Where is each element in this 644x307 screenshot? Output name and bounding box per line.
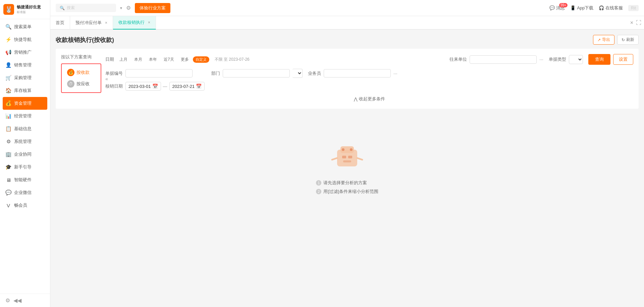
purchase-icon: 🛒 — [5, 75, 11, 81]
base-icon: 📋 — [5, 126, 11, 132]
settings-icon[interactable]: ⚙ — [5, 297, 10, 304]
counterparty-ellipsis[interactable]: ··· — [539, 57, 543, 62]
filter-collapse-icon[interactable]: « — [105, 76, 108, 82]
counterparty-input[interactable] — [470, 55, 537, 64]
sidebar-item-label-search: 搜索菜单 — [14, 24, 32, 30]
verify-date-range: 2023-03-01 📅 — 2023-07-21 📅 — [125, 82, 205, 91]
sidebar-item-operations[interactable]: 📊 经营管理 — [0, 110, 50, 122]
tab-collection[interactable]: 收款核销执行 × — [113, 16, 156, 30]
collapse-sidebar-icon[interactable]: ◀◀ — [13, 297, 21, 304]
sidebar-item-label-sales: 销售管理 — [14, 62, 32, 68]
tabbar-expand-icon[interactable]: ⛶ — [636, 20, 641, 26]
refresh-button[interactable]: ↻ 刷新 — [617, 35, 639, 45]
sidebar-item-label-operations: 经营管理 — [14, 113, 32, 119]
empty-tip-1: 1 请先选择要分析的方案 — [316, 178, 378, 187]
industry-solution-button[interactable]: 体验行业方案 — [135, 3, 170, 13]
tab-collection-close[interactable]: × — [148, 20, 150, 25]
sidebar-item-label-marketing: 营销推广 — [14, 49, 32, 55]
topbar-gear-icon[interactable]: ⚙ — [126, 5, 131, 11]
filter-option-by-receipt[interactable]: 💰 按收款 — [64, 67, 98, 78]
refresh-icon: ↻ — [622, 38, 625, 42]
sidebar-item-finance[interactable]: 💰 资金管理 — [3, 97, 47, 110]
date-more-btn[interactable]: 更多 — [178, 56, 192, 63]
app-download-button[interactable]: 📱 App下载 — [570, 5, 593, 11]
tabbar-close-all-icon[interactable]: × — [630, 20, 633, 26]
message-icon: 💬 — [549, 5, 555, 10]
sidebar-item-label-vip: 畅会员 — [14, 202, 27, 208]
verify-date-start-input[interactable]: 2023-03-01 📅 — [125, 82, 161, 91]
dept-field: 部门 — [211, 69, 303, 78]
dept-input[interactable] — [223, 69, 290, 78]
doc-no-field: 单据编号 — [105, 69, 193, 78]
sidebar-item-inventory[interactable]: 🏠 库存核算 — [0, 84, 50, 97]
sidebar-item-sales[interactable]: 👤 销售管理 — [0, 59, 50, 71]
staff-ellipsis[interactable]: ··· — [393, 71, 397, 76]
export-button[interactable]: ↗ 导出 — [593, 35, 614, 45]
sidebar-item-guide[interactable]: 🎓 新手引导 — [0, 161, 50, 173]
filter-row-3: 核销日期 2023-03-01 📅 — 2023-07-21 📅 — [105, 82, 633, 91]
guide-icon: 🎓 — [5, 164, 11, 170]
sidebar-item-vip[interactable]: V 畅会员 — [0, 199, 50, 212]
counterparty-label: 往来单位 — [449, 56, 467, 62]
tab-prepay[interactable]: 预付冲应付单 × — [70, 16, 113, 30]
svg-point-2 — [342, 148, 344, 151]
sidebar-item-system[interactable]: ⚙ 系统管理 — [0, 135, 50, 148]
calendar-start-icon[interactable]: 📅 — [152, 84, 158, 89]
user-info[interactable]: Rit — [628, 5, 639, 11]
doc-type-label: 单据类型 — [549, 56, 566, 62]
filter-panel: 按以下方案查询 💰 按收款 ⏱ 按应收 « — [56, 49, 639, 109]
empty-state: 1 请先选择要分析的方案 2 用[过滤]条件来缩小分析范围 — [56, 113, 639, 223]
topbar-chevron-icon[interactable]: ▾ — [120, 6, 122, 10]
wechat-icon: 💬 — [5, 190, 11, 196]
verify-date-end-input[interactable]: 2023-07-21 📅 — [169, 82, 205, 91]
marketing-icon: 📢 — [5, 49, 11, 55]
staff-input[interactable] — [324, 69, 391, 78]
empty-state-tips: 1 请先选择要分析的方案 2 用[过滤]条件来缩小分析范围 — [316, 178, 378, 196]
date-this-year-btn[interactable]: 本年 — [146, 56, 160, 63]
sidebar-item-wechat[interactable]: 💬 企业微信 — [0, 186, 50, 199]
sidebar-item-hardware[interactable]: 🖥 智能硬件 — [0, 173, 50, 186]
filter-sidebar: 按以下方案查询 💰 按收款 ⏱ 按应收 « — [61, 54, 101, 103]
setting-button[interactable]: 设置 — [613, 54, 633, 65]
sidebar-item-label-finance: 资金管理 — [14, 100, 32, 106]
svg-point-3 — [350, 148, 353, 151]
sidebar-item-marketing[interactable]: 📢 营销推广 — [0, 46, 50, 59]
online-service-button[interactable]: 🎧 在线客服 — [599, 5, 623, 11]
tab-home[interactable]: 首页 — [50, 16, 70, 30]
sidebar-item-quicknav[interactable]: ⚡ 快捷导航 — [0, 33, 50, 46]
calendar-end-icon[interactable]: 📅 — [196, 84, 202, 89]
tip-num-2: 2 — [316, 189, 321, 194]
dept-select[interactable] — [292, 69, 303, 78]
inventory-icon: 🏠 — [5, 88, 11, 94]
topbar-search[interactable]: 🔍 搜索 — [56, 4, 116, 12]
doc-no-label: 单据编号 — [105, 70, 123, 76]
date-custom-btn[interactable]: 自定义 — [193, 56, 209, 63]
tabbar: 首页 预付冲应付单 × 收款核销执行 × × ⛶ — [50, 16, 644, 30]
sidebar-item-label-base: 基础信息 — [14, 126, 32, 132]
sidebar-item-purchase[interactable]: 🛒 采购管理 — [0, 71, 50, 84]
svg-rect-5 — [348, 156, 352, 158]
doc-type-select[interactable] — [569, 55, 583, 64]
date-this-month-btn[interactable]: 本月 — [131, 56, 145, 63]
collapse-more-btn[interactable]: ⋀ 收起更多条件 — [105, 95, 633, 103]
search-icon: 🔍 — [60, 6, 65, 10]
page-content: 收款核销执行(按收款) ↗ 导出 ↻ 刷新 按以下方案查询 💰 — [50, 30, 644, 307]
sidebar-item-label-inventory: 库存核算 — [14, 88, 32, 94]
tip-num-1: 1 — [316, 180, 321, 186]
doc-no-input[interactable] — [125, 69, 193, 78]
filter-options-box: 💰 按收款 ⏱ 按应收 — [61, 63, 101, 93]
sidebar-item-base[interactable]: 📋 基础信息 — [0, 122, 50, 135]
page-title: 收款核销执行(按收款) — [56, 36, 114, 44]
sidebar-item-search[interactable]: 🔍 搜索菜单 — [0, 20, 50, 33]
query-button[interactable]: 查询 — [588, 54, 610, 65]
search-icon: 🔍 — [5, 24, 11, 30]
sidebar-item-enterprise[interactable]: 🏢 企业协同 — [0, 148, 50, 161]
filter-row-2: 单据编号 部门 业务员 ··· — [105, 69, 633, 78]
filter-sidebar-title: 按以下方案查询 — [61, 54, 101, 60]
date-7days-btn[interactable]: 近7天 — [161, 56, 177, 63]
tab-prepay-close[interactable]: × — [105, 20, 107, 25]
message-button[interactable]: 💬 消息 99+ — [549, 5, 565, 11]
filter-option-by-receivable[interactable]: ⏱ 按应收 — [64, 78, 98, 90]
topbar: 🔍 搜索 ▾ ⚙ 体验行业方案 💬 消息 99+ 📱 App下载 🎧 在线客服 … — [50, 0, 644, 16]
date-last-month-btn[interactable]: 上月 — [117, 56, 130, 63]
